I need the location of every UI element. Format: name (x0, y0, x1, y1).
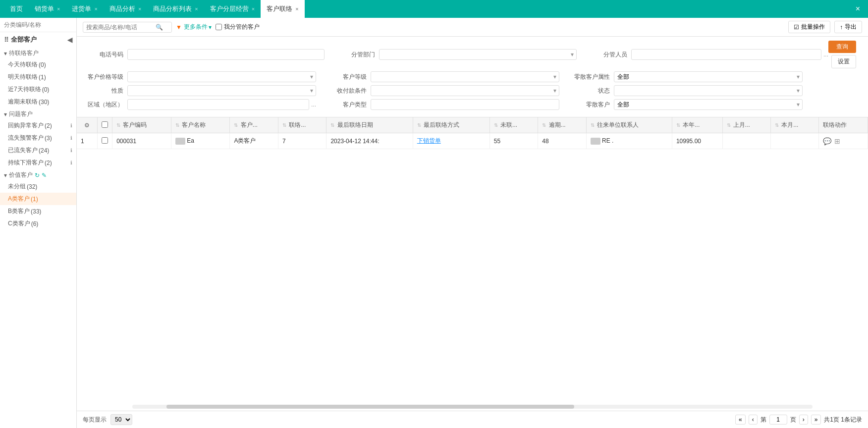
info-icon-1[interactable]: ℹ (70, 123, 72, 128)
region-input[interactable] (127, 99, 309, 110)
sort-icon-lastmonth[interactable]: ⇅ (727, 122, 731, 128)
close-icon-salesorder[interactable]: × (57, 6, 60, 12)
settings-button[interactable]: 设置 (831, 55, 856, 68)
nav-tab-productanalysis[interactable]: 商品分析 × (104, 0, 147, 18)
horizontal-scrollbar[interactable] (132, 405, 813, 409)
sidebar-item-class-a[interactable]: A类客户 (1) (0, 193, 76, 205)
row-contact-count: 7 (278, 133, 326, 149)
col-header-type: ⇅ 客户... (230, 117, 278, 133)
sort-icon-contactperson[interactable]: ⇅ (591, 122, 595, 128)
comment-icon[interactable]: 💬 (823, 137, 831, 145)
sidebar-item-today-pending[interactable]: 今天待联络 (0) (0, 58, 76, 71)
filter-icon: ▼ (176, 24, 182, 31)
chevron-down-icon: ▾ (209, 24, 212, 31)
my-customers-checkbox[interactable] (216, 24, 222, 30)
filter-search-input[interactable] (86, 24, 156, 31)
nav-tab-purchaseorder[interactable]: 进货单 × (66, 0, 103, 18)
col-header-no-contact: ⇅ 未联... (489, 117, 538, 133)
row-checkbox[interactable] (102, 137, 108, 144)
sort-icon-thismonth[interactable]: ⇅ (775, 122, 779, 128)
sidebar-item-churn-warning[interactable]: 流失预警客户 (3) ℹ (0, 132, 76, 144)
sidebar-item-declining[interactable]: 持续下滑客户 (2) ℹ (0, 157, 76, 169)
customer-type-input[interactable] (371, 99, 559, 110)
query-button[interactable]: 查询 (828, 41, 856, 53)
person-input[interactable] (631, 49, 821, 60)
close-icon-productanalysis[interactable]: × (138, 6, 141, 12)
sort-icon-nocontact[interactable]: ⇅ (494, 122, 498, 128)
first-page-button[interactable]: « (735, 415, 746, 425)
nature-select[interactable] (127, 85, 316, 96)
all-customers-header[interactable]: ⠿ 全部客户 ◀ (0, 32, 76, 47)
sidebar-item-class-c[interactable]: C类客户 (6) (0, 217, 76, 230)
status-wrapper (614, 85, 803, 96)
sort-icon-name[interactable]: ⇅ (175, 122, 179, 128)
select-all-checkbox[interactable] (102, 121, 108, 128)
export-button[interactable]: ↑ 导出 (834, 21, 862, 33)
row-checkbox-cell[interactable] (98, 133, 112, 149)
page-input[interactable] (769, 415, 787, 425)
query-btn-col: 查询 设置 (828, 41, 862, 68)
my-customers-filter[interactable]: 我分管的客户 (216, 23, 260, 31)
last-page-button[interactable]: » (811, 415, 821, 425)
info-icon-4[interactable]: ℹ (70, 160, 72, 165)
payment-select[interactable] (371, 85, 559, 96)
sidebar-item-ungrouped[interactable]: 未分组 (32) (0, 180, 76, 193)
col-header-actions: 联络动作 (819, 117, 868, 133)
close-icon-customersegment[interactable]: × (252, 6, 255, 12)
info-icon-2[interactable]: ℹ (70, 135, 72, 141)
sort-icon-contact[interactable]: ⇅ (282, 122, 286, 128)
sidebar-search-input[interactable] (4, 21, 77, 28)
next-page-button[interactable]: › (799, 415, 808, 425)
sort-icon-thisyear[interactable]: ⇅ (676, 122, 680, 128)
sidebar-item-7days-pending[interactable]: 近7天待联络 (0) (0, 83, 76, 96)
refresh-icon[interactable]: ↻ (35, 172, 40, 179)
edit-icon[interactable]: ✎ (42, 172, 47, 179)
dept-select[interactable] (379, 49, 576, 60)
row-index: 1 (77, 133, 98, 149)
collapse-icon[interactable]: ◀ (67, 36, 72, 44)
scatter-customer-select[interactable]: 全部 (614, 99, 803, 110)
scrollbar-thumb[interactable] (166, 405, 575, 409)
row-last-way[interactable]: 下销货单 (413, 133, 489, 149)
batch-operation-button[interactable]: ☑ 批量操作 (788, 21, 830, 33)
sidebar-item-churned[interactable]: 已流失客户 (24) ℹ (0, 144, 76, 157)
close-icon-purchaseorder[interactable]: × (94, 6, 97, 12)
nav-tab-productanalysislist[interactable]: 商品分析列表 × (147, 0, 204, 18)
share-icon[interactable]: ⊞ (834, 137, 840, 145)
status-select[interactable] (614, 85, 803, 96)
sort-icon-overdue[interactable]: ⇅ (542, 122, 546, 128)
page-size-select[interactable]: 50 (110, 414, 132, 425)
filter-bar: 🔍 ▼ 更多条件 ▾ 我分管的客户 ☑ 批量操作 ↑ 导出 (77, 18, 868, 37)
sort-icon-code[interactable]: ⇅ (116, 122, 120, 128)
sidebar-item-overdue-contact[interactable]: 逾期未联络 (30) (0, 96, 76, 108)
prev-page-button[interactable]: ‹ (749, 415, 758, 425)
close-icon-productanalysislist[interactable]: × (195, 6, 198, 12)
nav-home[interactable]: 首页 (4, 0, 29, 18)
sidebar-item-tomorrow-pending[interactable]: 明天待联络 (1) (0, 71, 76, 83)
row-type: A类客户 (230, 133, 278, 149)
expand-arrow-3: ▾ (4, 172, 7, 179)
close-icon-customercontact[interactable]: × (295, 6, 298, 12)
sort-icon-type[interactable]: ⇅ (234, 122, 238, 128)
info-icon-3[interactable]: ℹ (70, 148, 72, 153)
global-close-button[interactable]: × (852, 4, 864, 13)
price-level-select[interactable] (127, 71, 316, 82)
person-dots[interactable]: ... (823, 51, 828, 58)
nav-tab-salesorder[interactable]: 销货单 × (29, 0, 66, 18)
filter-search-icon[interactable]: 🔍 (156, 24, 163, 31)
more-conditions-button[interactable]: ▼ 更多条件 ▾ (176, 23, 212, 31)
dots-icon: ⠿ (4, 36, 9, 44)
gear-header[interactable]: ⚙ (77, 117, 98, 133)
scatter-attr-select[interactable]: 全部 (614, 71, 803, 82)
sidebar-item-class-b[interactable]: B类客户 (33) (0, 205, 76, 217)
nav-tab-customersegment[interactable]: 客户分层经营 × (204, 0, 261, 18)
region-dots[interactable]: ... (311, 101, 316, 108)
nav-tab-customercontact[interactable]: 客户联络 × (261, 0, 304, 18)
phone-input[interactable] (127, 49, 325, 60)
filter-actions: ☑ 批量操作 ↑ 导出 (788, 21, 862, 33)
checkbox-header[interactable] (98, 117, 112, 133)
sidebar-item-repurchase-abnormal[interactable]: 回购异常客户 (2) ℹ (0, 119, 76, 132)
sort-icon-lastway[interactable]: ⇅ (417, 122, 421, 128)
customer-level-select[interactable] (371, 71, 559, 82)
sort-icon-lastdate[interactable]: ⇅ (330, 122, 334, 128)
